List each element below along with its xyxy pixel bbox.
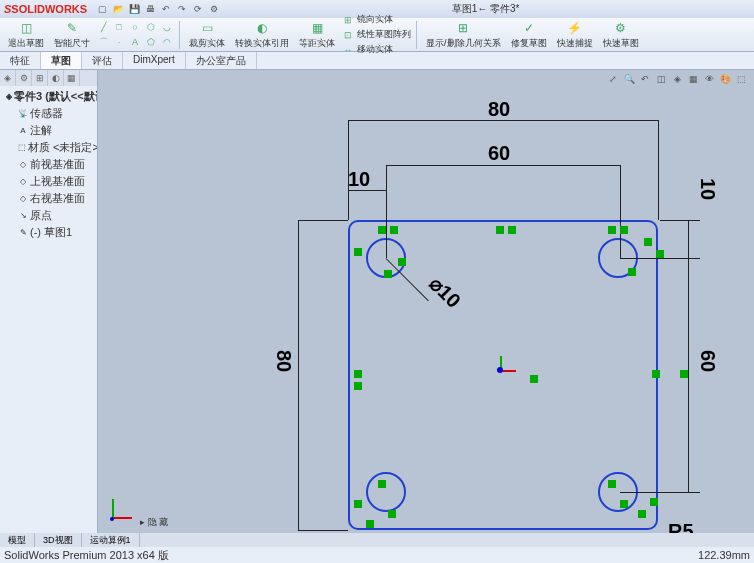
dim-tab-icon[interactable]: ◐ [48,70,64,86]
rect-tool-icon[interactable]: □ [112,20,126,34]
appearance-icon[interactable]: 🎨 [718,72,732,86]
rebuild-icon[interactable]: ⟳ [191,2,205,16]
redo-icon[interactable]: ↷ [175,2,189,16]
tree-item-right-plane[interactable]: ◇右视基准面 [14,190,95,207]
constraint-marker[interactable] [608,226,616,234]
offset-button[interactable]: ▦等距实体 [295,18,339,51]
constraint-marker[interactable] [620,500,628,508]
convert-button[interactable]: ◐转换实体引用 [231,18,293,51]
tree-item-material[interactable]: ⬚材质 <未指定> [14,139,95,156]
constraint-marker[interactable] [378,480,386,488]
tab-dimxpert[interactable]: DimXpert [123,52,186,69]
print-icon[interactable]: 🖶 [143,2,157,16]
constraint-marker[interactable] [644,238,652,246]
ellipse-tool-icon[interactable]: ◠ [160,35,174,49]
exit-sketch-button[interactable]: ◫退出草图 [4,18,48,51]
slot-tool-icon[interactable]: ⬠ [144,35,158,49]
tab-evaluate[interactable]: 评估 [82,52,123,69]
quick-sketch-button[interactable]: ⚙快速草图 [599,18,643,51]
constraint-marker[interactable] [680,370,688,378]
display-style-icon[interactable]: ▦ [686,72,700,86]
offset-icon: ▦ [308,19,326,37]
feature-tree[interactable]: ◈零件3 (默认<<默认>_显示状态 📡传感器 A注解 ⬚材质 <未指定> ◇前… [0,86,97,533]
prev-view-icon[interactable]: ↶ [638,72,652,86]
circle-tool-icon[interactable]: ○ [128,20,142,34]
tree-root[interactable]: ◈零件3 (默认<<默认>_显示状态 [2,88,95,105]
constraint-marker[interactable] [366,520,374,528]
linear-pattern-icon[interactable]: ⊡ [341,28,355,42]
tab-sketch[interactable]: 草图 [41,52,82,69]
move-icon[interactable]: ↔ [341,43,355,57]
sketch-hole-bl[interactable] [366,472,406,512]
tab-office[interactable]: 办公室产品 [186,52,257,69]
tree-item-top-plane[interactable]: ◇上视基准面 [14,173,95,190]
mirror-icon[interactable]: ⊞ [341,13,355,27]
constraint-marker[interactable] [354,370,362,378]
tab-3dview[interactable]: 3D视图 [35,533,82,547]
view-triad[interactable] [108,493,138,523]
graphics-canvas[interactable]: ⤢ 🔍 ↶ ◫ ◈ ▦ 👁 🎨 ⬚ [98,70,754,533]
hide-show-icon[interactable]: 👁 [702,72,716,86]
constraint-marker[interactable] [398,258,406,266]
plane-icon: ◇ [18,177,28,187]
text-tool-icon[interactable]: A [128,35,142,49]
constraint-marker[interactable] [530,375,538,383]
dimension-offset-10[interactable]: 10 [348,168,370,191]
options-icon[interactable]: ⚙ [207,2,221,16]
tab-model[interactable]: 模型 [0,533,35,547]
constraint-marker[interactable] [628,268,636,276]
zoom-area-icon[interactable]: 🔍 [622,72,636,86]
tree-item-sketch1[interactable]: ✎(-) 草图1 [14,224,95,241]
constraint-marker[interactable] [496,226,504,234]
feature-tree-tab-icon[interactable]: ◈ [0,70,16,86]
property-tab-icon[interactable]: ⚙ [16,70,32,86]
section-view-icon[interactable]: ◫ [654,72,668,86]
tree-item-front-plane[interactable]: ◇前视基准面 [14,156,95,173]
tab-motion-study[interactable]: 运动算例1 [82,533,140,547]
constraint-marker[interactable] [652,370,660,378]
trim-button[interactable]: ▭裁剪实体 [185,18,229,51]
tree-item-origin[interactable]: ↘原点 [14,207,95,224]
arc-tool-icon[interactable]: ◡ [160,20,174,34]
repair-button[interactable]: ✓修复草图 [507,18,551,51]
dimension-width-80[interactable]: 80 [488,98,510,121]
point-tool-icon[interactable]: · [112,35,126,49]
constraint-marker[interactable] [354,382,362,390]
scene-icon[interactable]: ⬚ [734,72,748,86]
display-tab-icon[interactable]: ▦ [64,70,80,86]
constraint-marker[interactable] [390,226,398,234]
dimension-hole-spacing-v-60[interactable]: 60 [696,350,719,372]
snap-button[interactable]: ⚡快速捕捉 [553,18,597,51]
constraint-marker[interactable] [620,226,628,234]
config-tab-icon[interactable]: ⊞ [32,70,48,86]
line-tool-icon[interactable]: ╱ [96,20,110,34]
constraint-marker[interactable] [354,500,362,508]
open-icon[interactable]: 📂 [111,2,125,16]
spline-tool-icon[interactable]: ⌒ [96,35,110,49]
polygon-tool-icon[interactable]: ⬡ [144,20,158,34]
save-icon[interactable]: 💾 [127,2,141,16]
view-orient-icon[interactable]: ◈ [670,72,684,86]
constraint-marker[interactable] [508,226,516,234]
constraint-marker[interactable] [638,510,646,518]
new-icon[interactable]: ▢ [95,2,109,16]
zoom-fit-icon[interactable]: ⤢ [606,72,620,86]
constraint-marker[interactable] [608,480,616,488]
constraint-marker[interactable] [388,510,396,518]
constraint-marker[interactable] [354,248,362,256]
constraint-marker[interactable] [378,226,386,234]
relations-button[interactable]: ⊞显示/删除几何关系 [422,18,505,51]
tree-item-annotations[interactable]: A注解 [14,122,95,139]
undo-icon[interactable]: ↶ [159,2,173,16]
sketch-drawing: 80 60 10 10 80 60 ⌀10 R5 [148,90,708,530]
dimension-height-80[interactable]: 80 [272,350,295,372]
tab-features[interactable]: 特征 [0,52,41,69]
crumb-toggle[interactable]: ▸ 隐 藏 [140,516,168,529]
dimension-hole-spacing-60[interactable]: 60 [488,142,510,165]
constraint-marker[interactable] [384,270,392,278]
tree-item-sensors[interactable]: 📡传感器 [14,105,95,122]
constraint-marker[interactable] [656,250,664,258]
constraint-marker[interactable] [650,498,658,506]
dimension-offset-right-10[interactable]: 10 [696,178,719,200]
smart-dimension-button[interactable]: ✎智能尺寸 [50,18,94,51]
